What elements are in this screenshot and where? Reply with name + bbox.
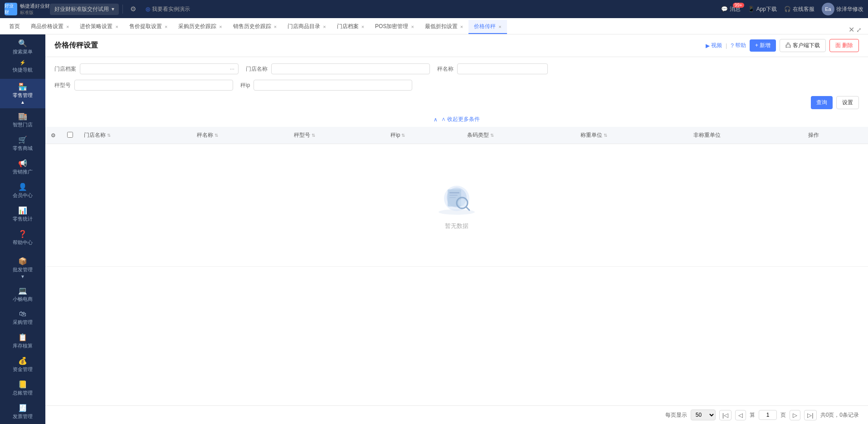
next-page-button[interactable]: ▷ bbox=[790, 410, 800, 420]
tab-label: 首页 bbox=[9, 23, 20, 30]
tab-purchase-history[interactable]: 采购历史价跟踪 × bbox=[173, 20, 227, 34]
video-link[interactable]: ▶ 视频 bbox=[706, 42, 722, 49]
delete-button[interactable]: 面 删除 bbox=[829, 39, 859, 52]
tab-pos-encrypt[interactable]: POS加密管理 × bbox=[370, 20, 419, 34]
user-profile-button[interactable]: Ea 徐泽华修改 bbox=[822, 3, 863, 15]
sort-icon: ⇅ bbox=[312, 133, 315, 138]
tab-home[interactable]: 首页 bbox=[4, 20, 25, 34]
add-button[interactable]: + 新增 bbox=[750, 39, 776, 52]
sidebar-item-help[interactable]: ❓ 帮助中心 bbox=[0, 226, 45, 250]
collapse-bar[interactable]: ∧ ∧ 收起更多条件 bbox=[54, 113, 859, 127]
tab-price-scale[interactable]: 价格传秤 × bbox=[468, 20, 507, 34]
scale-model-input[interactable] bbox=[74, 80, 233, 91]
tab-min-discount[interactable]: 最低折扣设置 × bbox=[419, 20, 468, 34]
th-operation: 操作 bbox=[803, 127, 868, 144]
empty-state: 暂无数据 bbox=[45, 144, 868, 266]
tab-store-catalog[interactable]: 门店商品目录 × bbox=[282, 20, 331, 34]
setting-button[interactable]: 设置 bbox=[836, 96, 859, 109]
query-button[interactable]: 查询 bbox=[811, 96, 833, 109]
online-service-button[interactable]: 🎧 在线客服 bbox=[784, 5, 814, 13]
tab-expand-icon[interactable]: ⤢ bbox=[856, 26, 862, 34]
stats-icon: 📊 bbox=[18, 206, 27, 215]
close-icon[interactable]: × bbox=[361, 24, 364, 29]
help-link[interactable]: ? 帮助 bbox=[731, 42, 746, 49]
close-icon[interactable]: × bbox=[411, 24, 414, 29]
first-page-button[interactable]: |◁ bbox=[719, 410, 731, 420]
svg-rect-6 bbox=[449, 197, 456, 198]
sidebar-item-invoice[interactable]: 🧾 发票管理 bbox=[0, 400, 45, 424]
close-icon[interactable]: × bbox=[498, 24, 501, 29]
headset-icon: 🎧 bbox=[784, 6, 791, 12]
store-file-label: 门店档案 bbox=[54, 65, 76, 73]
tab-product-price[interactable]: 商品价格设置 × bbox=[25, 20, 74, 34]
top-bar: 好业财 畅捷通好业财 标准版 好业财标准版交付试用 ▾ ⚙ ◎ 我要看实例演示 … bbox=[0, 0, 868, 18]
marketing-icon: 📢 bbox=[18, 159, 27, 168]
close-icon[interactable]: × bbox=[165, 24, 167, 29]
close-icon[interactable]: × bbox=[115, 24, 118, 29]
tab-sale-price[interactable]: 售价提取设置 × bbox=[124, 20, 173, 34]
sidebar-item-wholesale[interactable]: 📦 批发管理 ▼ bbox=[0, 253, 45, 283]
app-download-button[interactable]: 📱 App下载 bbox=[748, 5, 777, 13]
app-sub: 标准版 bbox=[20, 10, 50, 15]
top-bar-right: 💬 消息 99+ 📱 App下载 🎧 在线客服 Ea 徐泽华修改 bbox=[721, 3, 863, 15]
per-page-select[interactable]: 10 20 50 100 bbox=[691, 410, 716, 420]
svg-point-8 bbox=[458, 199, 466, 207]
collapse-icon: ∧ bbox=[434, 116, 438, 123]
close-icon[interactable]: × bbox=[66, 24, 69, 29]
question-icon: ? bbox=[731, 43, 734, 49]
sort-icon: ⇅ bbox=[107, 133, 111, 138]
tab-purchase-strategy[interactable]: 进价策略设置 × bbox=[74, 20, 123, 34]
sort-icon: ⇅ bbox=[401, 133, 405, 138]
close-icon[interactable]: × bbox=[460, 24, 463, 29]
messages-button[interactable]: 💬 消息 99+ bbox=[721, 5, 741, 13]
ellipsis-icon: ··· bbox=[230, 66, 234, 72]
wholesale-icon: 📦 bbox=[18, 257, 27, 265]
sidebar-item-retail-stats[interactable]: 📊 零售统计 bbox=[0, 202, 45, 226]
scale-ip-input[interactable] bbox=[254, 80, 412, 91]
app-logo: 好业财 畅捷通好业财 标准版 bbox=[5, 3, 50, 15]
prev-page-button[interactable]: ◁ bbox=[735, 410, 746, 420]
page-unit-label: 页 bbox=[780, 411, 786, 419]
sidebar-item-smart-store[interactable]: 🏬 智慧门店 bbox=[0, 108, 45, 132]
demo-button[interactable]: ◎ 我要看实例演示 bbox=[146, 5, 190, 13]
sidebar-item-retail[interactable]: 🏪 零售管理 ▲ bbox=[0, 79, 45, 108]
tab-close-all-icon[interactable]: ✕ bbox=[848, 25, 854, 34]
store-name-input[interactable] bbox=[271, 63, 430, 74]
settings-button[interactable]: ⚙ bbox=[127, 3, 139, 15]
sidebar-item-purchase[interactable]: 🛍 采购管理 bbox=[0, 306, 45, 329]
invoice-icon: 🧾 bbox=[18, 404, 27, 412]
divider bbox=[122, 5, 123, 14]
close-icon[interactable]: × bbox=[323, 24, 326, 29]
store-file-select[interactable]: ··· bbox=[80, 63, 239, 74]
page-number-input[interactable]: 1 bbox=[759, 410, 777, 420]
help-icon: ❓ bbox=[18, 230, 27, 238]
sidebar-item-finance[interactable]: 💰 资金管理 bbox=[0, 353, 45, 376]
circle-icon: ◎ bbox=[146, 6, 150, 12]
sidebar-item-marketing[interactable]: 📢 营销推广 bbox=[0, 155, 45, 179]
last-page-button[interactable]: ▷| bbox=[804, 410, 816, 420]
scale-name-input[interactable] bbox=[457, 63, 548, 74]
download-button[interactable]: 凸 客户端下载 bbox=[780, 39, 825, 52]
tab-store-file[interactable]: 门店档案 × bbox=[332, 20, 370, 34]
th-settings: ⚙ bbox=[45, 127, 62, 144]
sidebar-item-ecommerce[interactable]: 💻 小畅电商 bbox=[0, 283, 45, 306]
sidebar-item-ledger[interactable]: 📒 总账管理 bbox=[0, 376, 45, 400]
sidebar-item-member[interactable]: 👤 会员中心 bbox=[0, 179, 45, 202]
sidebar-item-inventory[interactable]: 📋 库存核算 bbox=[0, 329, 45, 353]
close-icon[interactable]: × bbox=[274, 24, 277, 29]
store-icon: 🏬 bbox=[18, 112, 27, 120]
sidebar-search[interactable]: 🔍 搜索菜单 bbox=[0, 34, 45, 58]
th-weight-unit: 称重单位 ⇅ bbox=[575, 127, 688, 144]
version-selector[interactable]: 好业财标准版交付试用 ▾ bbox=[50, 4, 119, 15]
select-all-checkbox[interactable] bbox=[67, 132, 73, 138]
page-title: 价格传秤设置 bbox=[54, 41, 98, 50]
ecommerce-icon: 💻 bbox=[18, 286, 27, 295]
settings-icon[interactable]: ⚙ bbox=[51, 132, 56, 139]
store-file-filter: 门店档案 ··· bbox=[54, 63, 239, 74]
sidebar-quick-nav[interactable]: ⚡ 快捷导航 bbox=[0, 58, 45, 75]
sidebar-item-retail-mall[interactable]: 🛒 零售商城 bbox=[0, 132, 45, 155]
sort-icon: ⇅ bbox=[604, 133, 607, 138]
tab-sales-history[interactable]: 销售历史价跟踪 × bbox=[228, 20, 282, 34]
close-icon[interactable]: × bbox=[219, 24, 222, 29]
th-non-weight-unit: 非称重单位 bbox=[688, 127, 802, 144]
